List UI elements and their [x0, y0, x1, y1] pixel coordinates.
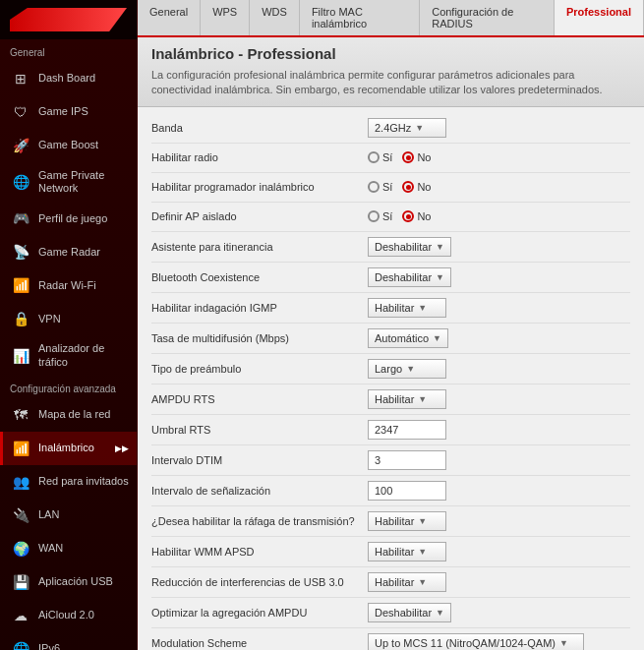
tab-professional[interactable]: Professional	[555, 0, 644, 35]
label-bluetooth: Bluetooth Coexistence	[151, 271, 368, 283]
radio-dot-prog-no	[402, 181, 414, 193]
input-intervalodtim[interactable]	[368, 450, 446, 470]
dropdown-banda[interactable]: 2.4GHz ▼	[368, 118, 446, 138]
page-header: Inalámbrico - Professional La configurac…	[138, 37, 644, 107]
ipv6-icon: 🌐	[11, 639, 30, 650]
control-modulation: Up to MCS 11 (NitroQAM/1024-QAM) ▼	[368, 633, 630, 650]
sidebar-item-redinvitados[interactable]: 👥 Red para invitados	[0, 465, 137, 499]
tab-radius[interactable]: Configuración de RADIUS	[420, 0, 555, 35]
radio-label-si: Sí	[382, 151, 392, 163]
gameboost-icon: 🚀	[11, 136, 30, 155]
sidebar-label-aicloud: AiCloud 2.0	[38, 609, 94, 621]
dropdown-ampdu[interactable]: Habilitar ▼	[368, 389, 446, 409]
dropdown-wmmapsd[interactable]: Habilitar ▼	[368, 542, 446, 561]
label-apaislado: Definir AP aislado	[151, 210, 368, 222]
sidebar-item-aicloud[interactable]: ☁ AiCloud 2.0	[0, 599, 137, 632]
radio-dot-ap-si	[368, 210, 380, 222]
sidebar-label-gameboost: Game Boost	[38, 139, 98, 151]
tab-general[interactable]: General	[138, 0, 201, 35]
control-wmmapsd: Habilitar ▼	[368, 542, 630, 561]
inalambrico-icon: 📶	[11, 439, 30, 458]
radio-habilitarradio-si[interactable]: Sí	[368, 151, 392, 163]
label-preambulo: Tipo de preámbulo	[151, 363, 368, 375]
label-agregacion: Optimizar la agregación AMPDU	[151, 607, 368, 619]
label-modulation: Modulation Scheme	[151, 637, 368, 649]
dropdown-multidifusion[interactable]: Automático ▼	[368, 328, 448, 348]
sidebar-item-mapered[interactable]: 🗺 Mapa de la red	[0, 398, 137, 432]
sidebar-item-aplicacionusb[interactable]: 💾 Aplicación USB	[0, 565, 137, 599]
sidebar-item-gameradar[interactable]: 📡 Game Radar	[0, 235, 137, 268]
page-description: La configuración profesional inalámbrica…	[151, 68, 630, 98]
tab-filtro[interactable]: Filtro MAC inalámbrico	[300, 0, 420, 35]
label-wmmapsd: Habilitar WMM APSD	[151, 546, 368, 558]
dropdown-preambulo[interactable]: Largo ▼	[368, 359, 446, 379]
chevron-down-icon-agregacion: ▼	[436, 608, 444, 618]
sidebar-label-lan: LAN	[38, 508, 59, 521]
radio-group-habilitarradio: Sí No	[368, 151, 431, 163]
chevron-down-icon-bluetooth: ▼	[436, 272, 444, 282]
setting-row-usb30: Reducción de interferencias de USB 3.0 H…	[151, 567, 630, 598]
setting-row-bluetooth: Bluetooth Coexistence Deshabilitar ▼	[151, 263, 630, 293]
tab-bar: General WPS WDS Filtro MAC inalámbrico C…	[138, 0, 644, 37]
sidebar-label-mapered: Mapa de la red	[38, 408, 110, 421]
dropdown-asistente[interactable]: Deshabilitar ▼	[368, 237, 451, 257]
radio-programador-no[interactable]: No	[402, 181, 431, 193]
control-preambulo: Largo ▼	[368, 359, 630, 379]
dropdown-agregacion[interactable]: Deshabilitar ▼	[368, 603, 451, 622]
radio-label-ap-si: Sí	[382, 210, 392, 222]
setting-row-asistente: Asistente para itinerancia Deshabilitar …	[151, 232, 630, 263]
general-section-label: General	[0, 39, 137, 62]
settings-table: Banda 2.4GHz ▼ Habilitar radio Sí	[138, 107, 644, 650]
radio-dot-prog-si	[368, 181, 380, 193]
sidebar-item-radarwifi[interactable]: 📶 Radar Wi-Fi	[0, 268, 137, 302]
sidebar-item-wan[interactable]: 🌍 WAN	[0, 532, 137, 565]
setting-row-banda: Banda 2.4GHz ▼	[151, 113, 630, 144]
chevron-down-icon-asistente: ▼	[436, 242, 444, 252]
input-umbralrts[interactable]	[368, 420, 446, 440]
brand-logo	[10, 8, 127, 31]
label-habilitarradio: Habilitar radio	[151, 151, 368, 163]
tab-wps[interactable]: WPS	[201, 0, 250, 35]
sidebar-item-lan[interactable]: 🔌 LAN	[0, 499, 137, 532]
sidebar-item-analizador[interactable]: 📊 Analizador de tráfico	[0, 335, 137, 375]
wan-icon: 🌍	[11, 539, 30, 559]
sidebar-item-perfil[interactable]: 🎮 Perfil de juego	[0, 202, 137, 235]
radio-apaislado-si[interactable]: Sí	[368, 210, 392, 222]
sidebar-item-inalambrico[interactable]: 📶 Inalámbrico ▶▶	[0, 432, 137, 465]
label-ampdu: AMPDU RTS	[151, 393, 368, 405]
control-asistente: Deshabilitar ▼	[368, 237, 630, 257]
sidebar-item-gameprivatenetwork[interactable]: 🌐 Game Private Network	[0, 162, 137, 202]
radio-habilitarradio-no[interactable]: No	[402, 151, 431, 163]
dropdown-igmp[interactable]: Habilitar ▼	[368, 298, 446, 318]
control-programador: Sí No	[368, 181, 630, 193]
radio-programador-si[interactable]: Sí	[368, 181, 392, 193]
sidebar-label-gameradar: Game Radar	[38, 246, 100, 259]
dropdown-bluetooth[interactable]: Deshabilitar ▼	[368, 267, 451, 287]
chevron-down-icon-igmp: ▼	[418, 303, 427, 313]
sidebar-item-gameboost[interactable]: 🚀 Game Boost	[0, 129, 137, 162]
radio-label-ap-no: No	[417, 210, 431, 222]
sidebar-label-wan: WAN	[38, 542, 63, 555]
page-title: Inalámbrico - Professional	[151, 45, 630, 62]
control-intervalosena	[368, 481, 630, 501]
sidebar-logo	[0, 0, 137, 39]
sidebar-item-dashboard[interactable]: ⊞ Dash Board	[0, 62, 137, 95]
setting-row-intervalodtim: Intervalo DTIM	[151, 445, 630, 476]
radio-apaislado-no[interactable]: No	[402, 210, 431, 222]
dropdown-usb30[interactable]: Habilitar ▼	[368, 572, 446, 592]
label-asistente: Asistente para itinerancia	[151, 241, 368, 253]
dropdown-modulation[interactable]: Up to MCS 11 (NitroQAM/1024-QAM) ▼	[368, 633, 584, 650]
tab-wds[interactable]: WDS	[250, 0, 300, 35]
sidebar-item-gameips[interactable]: 🛡 Game IPS	[0, 95, 137, 129]
dropdown-rafaga[interactable]: Habilitar ▼	[368, 511, 446, 531]
setting-row-preambulo: Tipo de preámbulo Largo ▼	[151, 354, 630, 384]
sidebar-label-vpn: VPN	[38, 313, 61, 325]
aicloud-icon: ☁	[11, 606, 30, 625]
main-content: General WPS WDS Filtro MAC inalámbrico C…	[138, 0, 644, 650]
radio-dot-no	[402, 151, 414, 163]
input-intervalosena[interactable]	[368, 481, 446, 501]
analizador-icon: 📊	[11, 346, 30, 366]
sidebar-item-vpn[interactable]: 🔒 VPN	[0, 302, 137, 335]
sidebar-item-ipv6[interactable]: 🌐 IPv6	[0, 632, 137, 650]
gameprivatenetwork-icon: 🌐	[11, 172, 30, 192]
